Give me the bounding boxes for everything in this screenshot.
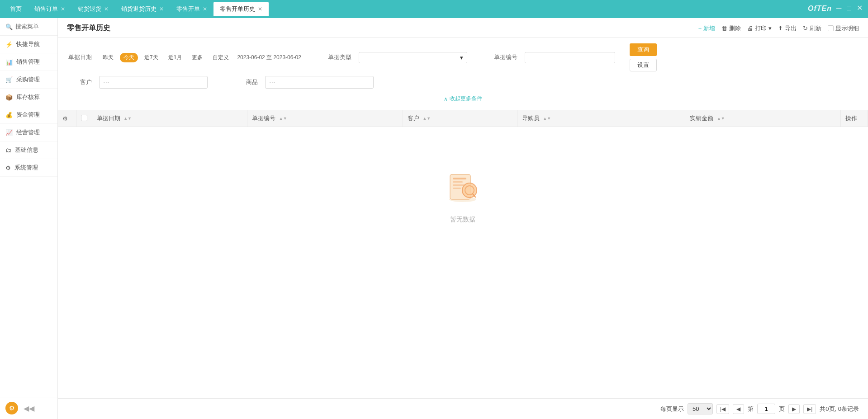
th-customer[interactable]: 客户 ▲▼ bbox=[403, 110, 517, 127]
th-customer-sort-icon: ▲▼ bbox=[422, 117, 431, 121]
sidebar-item-sys-mgmt[interactable]: ⚙ 系统管理 bbox=[0, 159, 57, 177]
refresh-icon: ↻ bbox=[803, 25, 808, 32]
export-button[interactable]: ⬆ 导出 bbox=[778, 24, 797, 33]
next-page-button[interactable]: ▶ bbox=[788, 404, 800, 414]
order-no-filter-input[interactable] bbox=[525, 52, 615, 63]
tab-sales-return-close[interactable]: ✕ bbox=[104, 6, 109, 12]
tab-home[interactable]: 首页 bbox=[4, 2, 28, 16]
type-filter-arrow-icon: ▾ bbox=[460, 54, 463, 61]
tab-retail-open[interactable]: 零售开单 ✕ bbox=[170, 2, 213, 16]
type-filter-label: 单据类型 bbox=[327, 53, 351, 61]
th-amount[interactable]: 实销金额 ▲▼ bbox=[685, 110, 841, 127]
sidebar-item-operations[interactable]: 📈 经营管理 bbox=[0, 124, 57, 141]
th-settings[interactable]: ⚙ bbox=[58, 110, 76, 127]
query-button[interactable]: 查询 bbox=[630, 43, 657, 56]
filter-settings-button[interactable]: 设置 bbox=[630, 59, 657, 71]
collapse-filter-button[interactable]: ∧ 收起更多条件 bbox=[67, 93, 859, 104]
data-table: ⚙ 单据日期 ▲▼ 单据编号 ▲▼ bbox=[58, 110, 868, 260]
th-date[interactable]: 单据日期 ▲▼ bbox=[92, 110, 247, 127]
show-detail-toggle[interactable]: 显示明细 bbox=[828, 24, 859, 33]
page-size-label: 每页显示 bbox=[660, 405, 684, 413]
show-detail-checkbox[interactable] bbox=[828, 25, 834, 31]
empty-state: 暂无数据 bbox=[58, 127, 868, 260]
sidebar-item-inventory[interactable]: 📦 库存核算 bbox=[0, 89, 57, 106]
sidebar-item-purchase-mgmt[interactable]: 🛒 采购管理 bbox=[0, 71, 57, 89]
sidebar-item-base-info[interactable]: 🗂 基础信息 bbox=[0, 141, 57, 159]
svg-rect-2 bbox=[453, 178, 466, 179]
refresh-label: 刷新 bbox=[810, 24, 821, 33]
table-settings-icon[interactable]: ⚙ bbox=[62, 115, 68, 122]
date-more-btn[interactable]: 更多 bbox=[188, 53, 206, 62]
tab-sales-return[interactable]: 销货退货 ✕ bbox=[71, 2, 115, 16]
first-page-button[interactable]: |◀ bbox=[716, 404, 729, 414]
sidebar: 🔍 搜索菜单 ⚡ 快捷导航 📊 销售管理 🛒 采购管理 📦 库存核算 💰 资金管… bbox=[0, 18, 58, 419]
customer-filter-label: 客户 bbox=[67, 78, 92, 86]
date-range-display: 2023-06-02 至 2023-06-02 bbox=[237, 54, 301, 61]
th-salesperson-sort-icon: ▲▼ bbox=[543, 117, 551, 121]
tab-retail-open-label: 零售开单 bbox=[176, 5, 200, 13]
th-date-label: 单据日期 bbox=[97, 115, 120, 122]
th-date-sort-icon: ▲▼ bbox=[123, 117, 132, 121]
sidebar-item-inventory-label: 库存核算 bbox=[16, 93, 40, 101]
add-button[interactable]: + 新增 bbox=[698, 24, 715, 33]
close-button[interactable]: ✕ bbox=[857, 4, 863, 12]
sidebar-item-sales-mgmt[interactable]: 📊 销售管理 bbox=[0, 53, 57, 71]
date-yesterday-btn[interactable]: 昨天 bbox=[99, 53, 117, 62]
date-custom-btn[interactable]: 自定义 bbox=[209, 53, 232, 62]
sidebar-item-operations-label: 经营管理 bbox=[16, 128, 40, 137]
sidebar-search[interactable]: 🔍 搜索菜单 bbox=[0, 18, 57, 36]
th-salesperson[interactable]: 导购员 ▲▼ bbox=[517, 110, 652, 127]
print-button[interactable]: 🖨 打印 ▾ bbox=[747, 24, 772, 33]
sidebar-item-finance[interactable]: 💰 资金管理 bbox=[0, 106, 57, 124]
date-today-btn[interactable]: 今天 bbox=[120, 53, 138, 62]
customer-input-placeholder: ··· bbox=[103, 78, 109, 86]
tab-retail-open-history[interactable]: 零售开单历史 ✕ bbox=[213, 2, 269, 16]
maximize-button[interactable]: □ bbox=[847, 4, 851, 12]
tab-sales-order[interactable]: 销售订单 ✕ bbox=[28, 2, 71, 16]
order-no-filter-label: 单据编号 bbox=[493, 53, 517, 61]
goods-filter-input[interactable]: ··· bbox=[265, 76, 374, 89]
th-customer-label: 客户 bbox=[408, 115, 419, 122]
customer-filter-input[interactable]: ··· bbox=[99, 76, 208, 89]
th-order-no[interactable]: 单据编号 ▲▼ bbox=[247, 110, 403, 127]
refresh-button[interactable]: ↻ 刷新 bbox=[803, 24, 821, 33]
filter-row-1: 单据日期 昨天 今天 近7天 近1月 更多 自定义 2023-06-02 至 2… bbox=[67, 43, 859, 71]
sales-mgmt-icon: 📊 bbox=[5, 59, 13, 66]
page-size-select[interactable]: 50 10 20 100 bbox=[688, 403, 713, 414]
tab-sales-return-history-close[interactable]: ✕ bbox=[159, 6, 164, 12]
sidebar-item-quick-nav[interactable]: ⚡ 快捷导航 bbox=[0, 36, 57, 53]
collapse-icon: ∧ bbox=[444, 96, 448, 102]
tab-sales-order-close[interactable]: ✕ bbox=[61, 6, 65, 12]
sidebar-item-base-info-label: 基础信息 bbox=[15, 146, 38, 154]
date-filter-label: 单据日期 bbox=[67, 53, 92, 61]
toolbar: + 新增 🗑 删除 🖨 打印 ▾ ⬆ 导出 ↻ 刷新 bbox=[698, 24, 859, 33]
tab-retail-open-close[interactable]: ✕ bbox=[203, 6, 207, 12]
minimize-button[interactable]: ─ bbox=[836, 4, 841, 12]
tab-sales-order-label: 销售订单 bbox=[34, 5, 58, 13]
delete-button[interactable]: 🗑 删除 bbox=[721, 24, 741, 33]
date-last1m-btn[interactable]: 近1月 bbox=[165, 53, 186, 62]
type-filter-select[interactable]: ▾ bbox=[359, 52, 467, 63]
table-body: 暂无数据 bbox=[58, 127, 868, 260]
operations-icon: 📈 bbox=[5, 129, 13, 136]
empty-illustration bbox=[440, 163, 485, 208]
settings-gear-button[interactable]: ⚙ bbox=[5, 402, 18, 414]
sidebar-item-purchase-mgmt-label: 采购管理 bbox=[16, 75, 40, 84]
th-amount-sort-icon: ▲▼ bbox=[717, 117, 725, 121]
page-number-input[interactable] bbox=[757, 404, 775, 414]
tab-sales-return-history[interactable]: 销货退货历史 ✕ bbox=[115, 2, 170, 16]
sidebar-collapse-button[interactable]: ◀◀ bbox=[24, 404, 34, 413]
content-area: 零售开单历史 + 新增 🗑 删除 🖨 打印 ▾ ⬆ 导出 ↻ bbox=[58, 18, 868, 419]
th-ops: 操作 bbox=[841, 110, 868, 127]
tab-retail-open-history-close[interactable]: ✕ bbox=[258, 6, 262, 12]
prev-page-button[interactable]: ◀ bbox=[733, 404, 744, 414]
filter-row-2: 客户 ··· 商品 ··· bbox=[67, 76, 859, 89]
print-label: 打印 bbox=[755, 24, 767, 33]
goods-filter-label: 商品 bbox=[233, 78, 258, 86]
table-header-row: ⚙ 单据日期 ▲▼ 单据编号 ▲▼ bbox=[58, 110, 868, 127]
date-last7-btn[interactable]: 近7天 bbox=[141, 53, 162, 62]
select-all-checkbox[interactable] bbox=[81, 115, 87, 121]
last-page-button[interactable]: ▶| bbox=[803, 404, 816, 414]
search-icon: 🔍 bbox=[5, 24, 13, 30]
goods-input-placeholder: ··· bbox=[269, 78, 275, 86]
